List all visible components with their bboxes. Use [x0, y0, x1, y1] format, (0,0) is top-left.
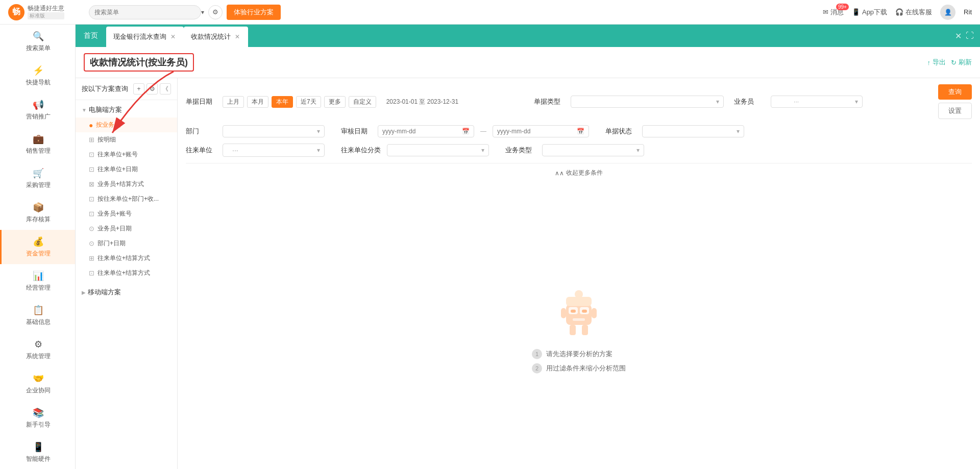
collapse-panel-btn[interactable]: 《	[160, 83, 171, 95]
category-chevron: ▾	[716, 98, 719, 105]
sidebar-item-inventory[interactable]: 📦 库存核算	[0, 196, 75, 230]
step-1-text: 请先选择要分析的方案	[546, 349, 612, 359]
date-btn-this-month[interactable]: 本月	[247, 96, 268, 108]
message-btn[interactable]: ✉ 消息 99+	[823, 8, 844, 17]
desktop-group-label: 电脑端方案	[89, 105, 122, 114]
phone-icon: 📱	[852, 8, 860, 16]
review-date-to[interactable]: 📅	[493, 125, 589, 137]
empty-state: 1 请先选择要分析的方案 2 用过滤条件来缩小分析范围	[178, 182, 980, 469]
date-btn-more[interactable]: 更多	[324, 96, 346, 108]
partner-category-select[interactable]: ▾	[387, 144, 489, 156]
sidebar-item-finance[interactable]: 💰 资金管理	[0, 230, 75, 264]
online-service-btn[interactable]: 🎧 在线客服	[895, 8, 932, 17]
scheme-item-salesman-date[interactable]: ⊙ 业务员+日期	[76, 221, 177, 236]
scheme-item-label-7: 业务员+日期	[97, 224, 132, 233]
search-input[interactable]	[89, 5, 201, 19]
svg-rect-12	[577, 292, 581, 299]
svg-rect-6	[561, 308, 566, 318]
filter-section: 单据日期 上月 本月 本年 近7天 更多 自定义 2023-01-01 至 20…	[178, 78, 980, 182]
category-select[interactable]: ▾	[571, 96, 724, 108]
date-range-text: 2023-01-01 至 2023-12-31	[386, 98, 458, 106]
user-avatar[interactable]: 👤	[940, 5, 955, 20]
scheme-item-partner-dept[interactable]: ⊡ 按往来单位+部门+收...	[76, 192, 177, 206]
scheme-item-partner-settle2[interactable]: ⊡ 往来单位+结算方式	[76, 266, 177, 280]
tab-minimize-btn[interactable]: ✕	[955, 31, 962, 41]
collapse-icon: ∧∧	[555, 170, 564, 177]
online-service-label: 在线客服	[905, 8, 932, 17]
scheme-item-salesman-account[interactable]: ⊡ 业务员+账号	[76, 206, 177, 221]
sidebar-label-finance: 资金管理	[26, 249, 51, 258]
review-date-from-input[interactable]	[382, 128, 459, 135]
date-btn-this-year[interactable]: 本年	[272, 96, 293, 108]
svg-rect-4	[582, 310, 587, 313]
detail-icon: ⊞	[89, 136, 94, 144]
query-button[interactable]: 查询	[938, 84, 972, 100]
sidebar-item-search[interactable]: 🔍 搜索菜单	[0, 25, 75, 59]
scheme-item-salesman-settle[interactable]: ⊠ 业务员+结算方式	[76, 177, 177, 192]
tab-bank-flow-close[interactable]: ✕	[169, 32, 177, 41]
set-button[interactable]: 设置	[938, 103, 972, 119]
scheme-item-detail[interactable]: ⊞ 按明细	[76, 132, 177, 147]
svg-rect-9	[582, 325, 588, 335]
dept-select[interactable]: ▾	[223, 125, 325, 137]
tab-receipt-stats[interactable]: 收款情况统计 ✕	[184, 27, 248, 47]
refresh-btn[interactable]: ↻ 刷新	[951, 58, 972, 67]
sidebar-item-purchase[interactable]: 🛒 采购管理	[0, 161, 75, 196]
scheme-item-label-5: 按往来单位+部门+收...	[97, 195, 159, 203]
sidebar-item-sales[interactable]: 💼 销售管理	[0, 127, 75, 161]
review-date-to-input[interactable]	[497, 128, 574, 135]
username-text: Rit	[964, 8, 972, 16]
tab-bank-flow[interactable]: 现金银行流水查询 ✕	[106, 27, 184, 47]
app-download-btn[interactable]: 📱 App下载	[852, 8, 887, 17]
sidebar-item-operation[interactable]: 📊 经营管理	[0, 264, 75, 298]
partner-select[interactable]: ··· ▾	[223, 144, 325, 157]
scheme-item-salesman[interactable]: ● 按业务员	[76, 118, 177, 132]
mobile-arrow-icon: ▶	[82, 290, 86, 295]
date-btn-7days[interactable]: 近7天	[296, 96, 321, 108]
partner-label: 往来单位	[186, 146, 216, 155]
collab-icon: 🤝	[33, 373, 44, 384]
left-panel-title: 按以下方案查询	[82, 84, 128, 93]
scheme-item-partner-date[interactable]: ⊡ 往来单位+日期	[76, 162, 177, 177]
tab-receipt-stats-close[interactable]: ✕	[234, 32, 241, 41]
sidebar-item-guide[interactable]: 📚 新手引导	[0, 401, 75, 435]
scheme-item-partner-settle1[interactable]: ⊞ 往来单位+结算方式	[76, 251, 177, 266]
collapse-bar[interactable]: ∧∧ 收起更多条件	[186, 163, 972, 182]
salesman-select[interactable]: ··· ▾	[771, 96, 863, 108]
sales-icon: 💼	[33, 133, 44, 145]
scheme-settings-btn[interactable]: ⚙	[146, 83, 158, 95]
svg-rect-7	[592, 308, 597, 318]
sidebar-item-nav[interactable]: ⚡ 快捷导航	[0, 59, 75, 93]
tab-home[interactable]: 首页	[76, 25, 106, 47]
scheme-item-partner-account[interactable]: ⊡ 往来单位+账号	[76, 147, 177, 162]
sidebar-item-system[interactable]: ⚙ 系统管理	[0, 333, 75, 367]
add-scheme-btn[interactable]: +	[133, 83, 144, 95]
date-btn-prev-month[interactable]: 上月	[223, 96, 244, 108]
salesman-icon: ●	[89, 121, 93, 129]
biz-type-select[interactable]: ▾	[542, 144, 644, 156]
sidebar-item-marketing[interactable]: 📢 营销推广	[0, 93, 75, 127]
review-date-from[interactable]: 📅	[378, 125, 474, 137]
step-2-text: 用过滤条件来缩小分析范围	[546, 364, 626, 373]
desktop-group-title[interactable]: ▼ 电脑端方案	[76, 102, 177, 118]
header-gear-btn[interactable]: ⚙	[208, 5, 223, 19]
scheme-item-dept-date[interactable]: ⊙ 部门+日期	[76, 236, 177, 251]
group-arrow-icon: ▼	[82, 107, 87, 113]
biz-type-chevron: ▾	[636, 147, 640, 154]
date-separator: —	[480, 128, 486, 135]
header-dropdown-btn[interactable]: ▾	[201, 9, 204, 16]
partner-dots[interactable]: ···	[232, 146, 238, 154]
tab-maximize-btn[interactable]: ⛶	[966, 31, 974, 40]
operation-icon: 📊	[33, 270, 44, 282]
mobile-group-title[interactable]: ▶ 移动端方案	[76, 285, 177, 300]
sidebar-item-collab[interactable]: 🤝 企业协同	[0, 367, 75, 401]
sidebar-item-hardware[interactable]: 📱 智能硬件	[0, 435, 75, 469]
salesman-more-icon[interactable]: ···	[794, 98, 799, 105]
salesman-account-icon: ⊡	[89, 210, 94, 218]
sidebar-label-marketing: 营销推广	[26, 112, 51, 121]
bill-status-select[interactable]: ▾	[642, 125, 744, 137]
date-btn-custom[interactable]: 自定义	[349, 96, 376, 108]
export-btn[interactable]: ↑ 导出	[927, 58, 946, 67]
sidebar-item-base[interactable]: 📋 基础信息	[0, 298, 75, 333]
trial-button[interactable]: 体验行业方案	[227, 5, 281, 20]
